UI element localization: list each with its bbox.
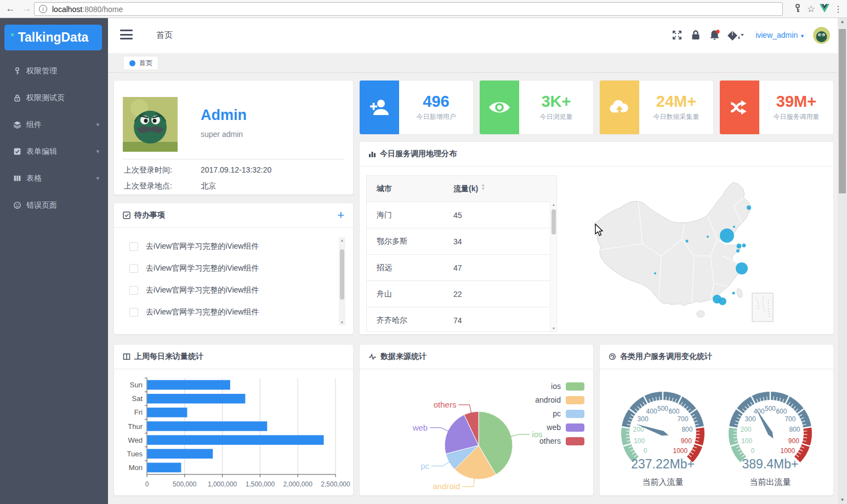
table-scrollbar[interactable]: ▲ ▼	[550, 202, 556, 331]
theme-bucket-icon[interactable]	[726, 29, 744, 42]
password-key-icon[interactable]	[793, 3, 803, 15]
svg-text:900: 900	[788, 437, 799, 445]
gauge-card-title: 各类用户服务调用变化统计	[620, 352, 712, 362]
todo-checkbox[interactable]	[129, 242, 138, 251]
map-bubble	[732, 292, 735, 295]
stat-card-data-collected: 24M+今日数据采集量	[599, 80, 714, 135]
stat-card-service-calls: 39M+今日服务调用量	[719, 80, 834, 135]
profile-name: Admin	[201, 107, 247, 124]
main-content: Admin super admin 上次登录时间: 2017.09.12-13:…	[108, 73, 838, 504]
outbound-gauge-label: 当前出流量	[715, 477, 825, 488]
map-bubble	[686, 240, 689, 243]
notifications-bell-icon[interactable]	[708, 29, 721, 42]
sidebar-item-components[interactable]: 组件 ▾	[0, 111, 108, 138]
legend-item[interactable]: android	[535, 396, 584, 404]
profile-avatar	[123, 97, 178, 152]
svg-text:pc: pc	[420, 461, 429, 471]
eye-icon	[480, 81, 519, 134]
todo-card-title: 待办事项	[134, 210, 165, 220]
col-header-traffic[interactable]: 流量(k) ▲▼	[453, 184, 556, 194]
bar-card-header: 上周每日来访量统计	[114, 345, 353, 369]
table-row: 鄂尔多斯34	[367, 228, 556, 254]
table-row: 招远47	[367, 254, 556, 280]
browser-back-button[interactable]: ←	[3, 2, 18, 16]
legend-item[interactable]: pc	[535, 409, 584, 418]
sort-icons[interactable]: ▲▼	[481, 185, 485, 193]
todo-checkbox[interactable]	[129, 308, 138, 317]
legend-item[interactable]: others	[535, 437, 584, 445]
svg-text:500,000: 500,000	[173, 480, 197, 488]
svg-text:Sun: Sun	[130, 381, 143, 389]
svg-text:700: 700	[785, 415, 795, 423]
legend-item[interactable]: web	[535, 423, 584, 432]
add-todo-button[interactable]: +	[337, 209, 344, 221]
legend-item[interactable]: ios	[535, 382, 584, 391]
sidebar-item-error-pages[interactable]: 错误页面	[0, 192, 108, 219]
tag-active-dot	[129, 60, 135, 66]
stat-card-new-users: 496今日新增用户	[359, 80, 474, 135]
svg-text:0: 0	[751, 447, 755, 455]
svg-text:800: 800	[789, 426, 800, 433]
gauge-card-header: 各类用户服务调用变化统计	[600, 345, 833, 369]
svg-text:0: 0	[145, 480, 149, 488]
map-bubble	[742, 244, 746, 248]
shuffle-icon	[720, 81, 759, 134]
layers-icon	[13, 121, 21, 129]
data-source-card: 数据来源统计 iosandroidpcwebothers iosandroidp…	[359, 344, 594, 496]
topbar-avatar[interactable]	[813, 27, 830, 44]
legend-swatch	[566, 382, 584, 391]
todo-scrollbar[interactable]: ▲ ▼	[339, 237, 345, 325]
pie-legend: iosandroidpcwebothers	[535, 382, 584, 450]
stat-cards: 496今日新增用户 3K+今日浏览量 24M+今日数据采集量 39M+今日服务调…	[359, 80, 834, 135]
todo-checkbox[interactable]	[129, 264, 138, 273]
key-icon	[13, 67, 21, 75]
page-scrollbar[interactable]: ▲ ▼	[838, 18, 847, 504]
browser-menu-icon[interactable]: ⋮	[834, 4, 843, 14]
vue-devtools-icon[interactable]	[820, 4, 829, 15]
legend-swatch	[566, 410, 584, 418]
person-add-icon	[360, 81, 399, 134]
breadcrumb[interactable]: 首页	[156, 30, 173, 41]
chevron-down-icon: ▾	[96, 148, 99, 155]
stat-card-page-views: 3K+今日浏览量	[479, 80, 594, 135]
lock-icon	[13, 94, 21, 102]
bar-chart-icon	[368, 150, 376, 158]
chevron-down-icon: ▾	[96, 175, 99, 182]
svg-text:1000: 1000	[780, 447, 795, 455]
last-login-time-value: 2017.09.12-13:32:20	[201, 165, 271, 174]
sidebar-item-tables[interactable]: 表格 ▾	[0, 165, 108, 192]
topbar: 首页 iview_admin ▼	[108, 18, 838, 53]
bookmark-star-icon[interactable]: ☆	[807, 3, 815, 15]
svg-text:Thur: Thur	[128, 422, 143, 431]
browser-forward-button[interactable]: →	[20, 2, 34, 16]
svg-text:android: android	[433, 482, 460, 491]
tag-home[interactable]: 首页	[123, 56, 158, 70]
error-face-icon	[13, 201, 21, 209]
svg-text:400: 400	[646, 408, 657, 415]
svg-text:Mon: Mon	[129, 463, 143, 472]
todo-checkbox-icon	[123, 211, 130, 219]
todo-checkbox[interactable]	[129, 286, 138, 295]
bar-card-title: 上周每日来访量统计	[134, 352, 203, 362]
inbound-gauge-label: 当前入流量	[608, 477, 718, 488]
page-info-icon[interactable]: i	[39, 5, 47, 13]
fullscreen-icon[interactable]	[671, 29, 684, 42]
sidebar-item-form-edit[interactable]: 表单编辑 ▾	[0, 138, 108, 165]
pie-card-title: 数据来源统计	[380, 352, 427, 362]
sidebar-item-permissions[interactable]: 权限管理	[0, 58, 108, 84]
map-bubble	[747, 205, 751, 210]
user-menu[interactable]: iview_admin ▼	[755, 31, 805, 39]
sidebar-toggle-button[interactable]	[120, 30, 133, 41]
map-bubble	[736, 249, 740, 253]
map-bubble	[736, 262, 748, 274]
sidebar-item-permission-test[interactable]: 权限测试页	[0, 84, 108, 111]
table-row: 舟山22	[367, 280, 556, 307]
svg-text:200: 200	[741, 426, 752, 433]
last-login-place-value: 北京	[201, 181, 216, 191]
svg-text:500: 500	[765, 405, 776, 413]
address-bar[interactable]: i localhost:8080/home	[34, 2, 783, 16]
chevron-down-icon: ▾	[96, 121, 99, 128]
svg-text:800: 800	[681, 426, 692, 433]
lock-screen-icon[interactable]	[690, 29, 703, 42]
map-bubble	[737, 244, 742, 249]
